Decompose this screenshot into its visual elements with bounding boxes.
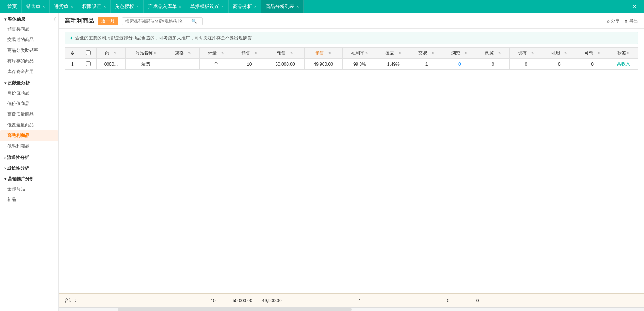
nav-home[interactable]: 首页 [3,0,22,13]
row-checkbox[interactable] [86,61,91,66]
close-template-settings[interactable]: × [221,4,223,9]
cell-saleable-stock: 0 [576,59,609,70]
sidebar-item-low-margin[interactable]: 低毛利商品 [0,141,58,152]
sort-tag-icon: ⇅ [627,51,630,55]
col-unit[interactable]: 计量... ⇅ [199,48,233,59]
nav-purchase-order[interactable]: 进货单 × [50,0,78,13]
nav-roles[interactable]: 角色授权 × [111,0,143,13]
sidebar-item-high-value[interactable]: 高价值商品 [0,88,58,98]
sidebar-item-sales-goods[interactable]: 销售类商品 [0,24,58,35]
window-close-button[interactable]: × [628,0,641,13]
search-icon[interactable]: 🔍 [191,19,197,24]
sort-code-icon: ⇅ [114,51,117,55]
scrollbar-thumb[interactable] [118,308,352,311]
sidebar-item-stock-goods[interactable]: 有库存的商品 [0,56,58,66]
nav-product-instock[interactable]: 产成品入库单 × [144,0,186,13]
sidebar-collapse-button[interactable]: 《 [51,16,56,23]
cell-tag: 高收入 [609,59,638,70]
sidebar-group-marketing-title[interactable]: ▾ 营销推广分析 [0,173,58,184]
page-title: 高毛利商品 [65,17,94,25]
sort-name-icon: ⇅ [154,51,156,55]
arrow-flow: › [4,156,6,160]
top-navigation: 首页 销售单 × 进货单 × 权限设置 × 角色授权 × 产成品入库单 × 单据… [0,0,644,13]
col-tag[interactable]: 标签 ⇅ [609,48,638,59]
sidebar-item-category-rate[interactable]: 商品分类助销率 [0,45,58,56]
sidebar-group-overview: ▾ 整体信息 销售类商品 交易过的商品 商品分类助销率 有库存的商品 库存资金占… [0,13,58,77]
sort-current-stock-icon: ⇅ [531,51,534,55]
sidebar-item-low-coverage[interactable]: 低覆盖量商品 [0,120,58,130]
col-settings[interactable]: ⚙ [65,48,80,59]
col-sales-amount[interactable]: 销售... ⇅ [266,48,304,59]
sidebar-item-new-goods[interactable]: 新品 [0,194,58,205]
sort-spec-icon: ⇅ [188,51,191,55]
cell-sales-amount: 50,000.00 [266,59,304,70]
cell-index: 1 [65,59,80,70]
search-container: 🔍 [122,17,203,25]
time-filter-button[interactable]: 近一月 [98,17,118,25]
col-sales-qty[interactable]: 销售... ⇅ [233,48,266,59]
close-roles[interactable]: × [136,4,138,9]
sort-available-stock-icon: ⇅ [564,51,567,55]
col-browse2[interactable]: 浏览... ⇅ [476,48,510,59]
sort-sales-qty-icon: ⇅ [255,51,258,55]
close-permissions[interactable]: × [104,4,106,9]
sidebar-item-stock-capital[interactable]: 库存资金占用 [0,66,58,77]
info-bar: ✦ 企业的主要的利润都是这部分商品创造的，可考虑加大推广，同时关注库存是不要出现… [65,32,638,44]
sidebar-group-overview-title[interactable]: ▾ 整体信息 [0,13,58,24]
sidebar-group-contribution-title[interactable]: ▾ 贡献量分析 [0,77,58,88]
close-sales-order[interactable]: × [43,4,45,9]
col-browse1[interactable]: 浏览... ⇅ [443,48,476,59]
cell-current-stock: 0 [510,59,543,70]
sidebar: 《 ▾ 整体信息 销售类商品 交易过的商品 商品分类助销率 有库存的商品 库存资… [0,13,59,311]
close-product-analysis[interactable]: × [254,4,256,9]
col-spec[interactable]: 规格... ⇅ [166,48,199,59]
share-icon: ⎋ [607,19,609,24]
export-button[interactable]: ⬆ 导出 [624,18,638,24]
cell-sales-cost: 49,900.00 [304,59,342,70]
sidebar-group-flow-title[interactable]: › 流通性分析 [0,152,58,162]
select-all-checkbox[interactable] [86,50,91,55]
nav-product-analysis-list[interactable]: 商品分析列表 × [261,0,303,13]
footer-sales-cost: 49,900.00 [257,298,287,303]
sort-browse2-icon: ⇅ [498,51,501,55]
sidebar-item-low-value[interactable]: 低价值商品 [0,98,58,109]
share-button[interactable]: ⎋ 分享 [607,18,620,24]
cell-margin-rate: 99.8% [342,59,377,70]
col-margin-rate[interactable]: 毛利率 ⇅ [342,48,377,59]
nav-permissions[interactable]: 权限设置 × [78,0,111,13]
col-code[interactable]: 商... ⇅ [96,48,126,59]
arrow-overview: ▾ [4,17,6,21]
search-input[interactable] [125,19,191,24]
cell-name: 运费 [126,59,166,70]
cell-spec [166,59,199,70]
close-product-instock[interactable]: × [179,4,181,9]
footer-trade: 1 [345,298,375,303]
sidebar-item-all-goods[interactable]: 全部商品 [0,184,58,194]
sort-trade-icon: ⇅ [432,51,435,55]
sidebar-group-growth-title[interactable]: › 成长性分析 [0,162,58,173]
nav-template-settings[interactable]: 单据模板设置 × [186,0,228,13]
sidebar-group-marketing: ▾ 营销推广分析 全部商品 新品 [0,173,58,205]
close-purchase-order[interactable]: × [71,4,73,9]
footer-bar: 合计： 10 50,000.00 49,900.00 1 0 0 [59,293,644,307]
col-saleable-stock[interactable]: 可销... ⇅ [576,48,609,59]
main-layout: 《 ▾ 整体信息 销售类商品 交易过的商品 商品分类助销率 有库存的商品 库存资… [0,13,644,311]
col-coverage[interactable]: 覆盖... ⇅ [377,48,410,59]
data-table: ⚙ 商... ⇅ 商品名称 [65,47,638,70]
col-name[interactable]: 商品名称 ⇅ [126,48,166,59]
col-sales-cost[interactable]: 销售... ⇅ [304,48,342,59]
close-product-analysis-list[interactable]: × [296,4,299,9]
nav-sales-order[interactable]: 销售单 × [22,0,50,13]
sidebar-item-traded-goods[interactable]: 交易过的商品 [0,35,58,45]
cell-coverage: 1.49% [377,59,410,70]
col-available-stock[interactable]: 可用... ⇅ [543,48,576,59]
footer-sales-amount: 50,000.00 [228,298,257,303]
col-current-stock[interactable]: 现有... ⇅ [510,48,543,59]
sidebar-item-high-margin[interactable]: 高毛利商品 [0,130,58,141]
content-header: 高毛利商品 近一月 🔍 ⎋ 分享 ⬆ 导出 [59,13,644,29]
horizontal-scrollbar[interactable] [59,307,644,311]
sidebar-item-high-coverage[interactable]: 高覆盖量商品 [0,109,58,120]
settings-icon[interactable]: ⚙ [71,51,75,56]
col-trade[interactable]: 交易... ⇅ [410,48,443,59]
nav-product-analysis[interactable]: 商品分析 × [229,0,261,13]
